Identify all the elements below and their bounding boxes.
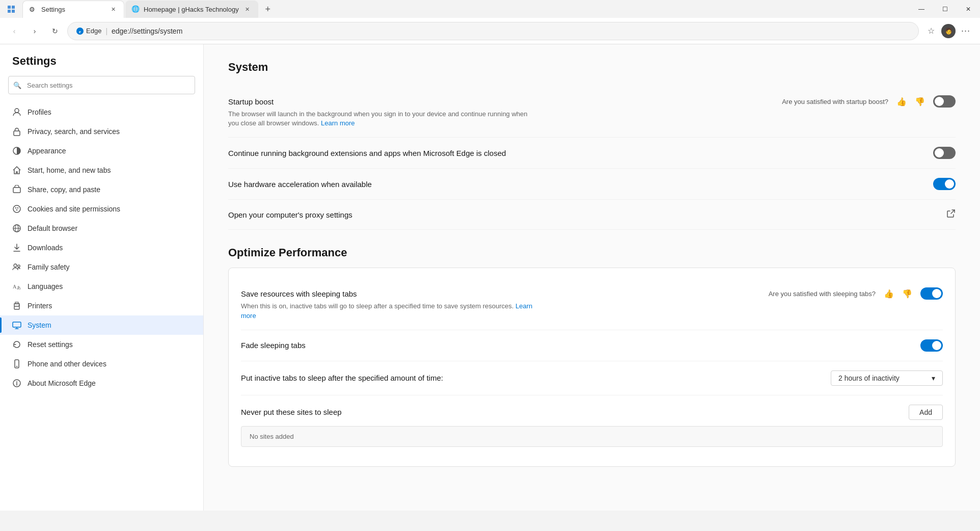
svg-rect-22 (14, 306, 19, 309)
reset-icon (12, 340, 21, 349)
forward-icon: › (34, 27, 36, 35)
sidebar-item-printers[interactable]: Printers (0, 296, 203, 315)
toolbar-right: ☆ 🧑 ··· (923, 23, 974, 39)
fade-sleeping-toggle[interactable] (920, 339, 943, 352)
sleeping-thumbsup-icon[interactable]: 👍 (884, 289, 894, 299)
startup-boost-header: Startup boost Are you satisfied with sta… (228, 95, 956, 108)
downloads-label: Downloads (28, 244, 63, 252)
content-area: System Startup boost Are you satisfied w… (204, 44, 980, 511)
startup-boost-right: Are you satisfied with startup boost? 👍 … (782, 95, 956, 108)
sidebar-item-share[interactable]: Share, copy, and paste (0, 180, 203, 199)
edge-brand-text: Edge (86, 27, 101, 35)
svg-point-6 (15, 109, 19, 113)
proxy-settings-label: Open your computer's proxy settings (228, 210, 352, 219)
address-input-container[interactable]: e Edge | edge://settings/system (67, 22, 919, 40)
maximize-button[interactable]: ☐ (933, 0, 957, 18)
cookies-label: Cookies and site permissions (28, 205, 120, 213)
svg-point-13 (16, 209, 17, 210)
startup-feedback-text: Are you satisfied with startup boost? (782, 98, 888, 105)
inactive-sleep-row: Put inactive tabs to sleep after the spe… (241, 361, 943, 395)
favorites-button[interactable]: ☆ (923, 23, 939, 39)
sidebar-item-cookies[interactable]: Cookies and site permissions (0, 199, 203, 219)
minimize-button[interactable]: — (910, 0, 933, 18)
close-button[interactable]: ✕ (957, 0, 980, 18)
sidebar-item-profiles[interactable]: Profiles (0, 102, 203, 122)
inactive-sleep-dropdown[interactable]: 2 hours of inactivity ▾ (831, 370, 943, 386)
startup-boost-learn-more[interactable]: Learn more (321, 119, 355, 127)
refresh-icon: ↻ (52, 27, 58, 35)
printers-icon (12, 301, 21, 310)
optimize-section-title: Optimize Performance (228, 246, 956, 259)
startup-boost-description: The browser will launch in the backgroun… (228, 110, 534, 128)
svg-rect-1 (12, 6, 15, 9)
background-extensions-row: Continue running background extensions a… (228, 138, 956, 169)
background-extensions-toggle[interactable] (933, 147, 956, 159)
ghacks-tab-close[interactable]: ✕ (243, 5, 252, 14)
phone-label: Phone and other devices (28, 360, 106, 368)
search-input[interactable] (8, 76, 195, 94)
proxy-external-icon[interactable] (946, 209, 956, 220)
sidebar-item-privacy[interactable]: Privacy, search, and services (0, 122, 203, 141)
sidebar-item-default-browser[interactable]: Default browser (0, 219, 203, 238)
forward-button[interactable]: › (26, 23, 43, 39)
new-tab-button[interactable]: + (259, 1, 277, 18)
sleeping-thumbsdown-icon[interactable]: 👎 (902, 289, 912, 299)
startup-boost-label: Startup boost (228, 97, 274, 106)
privacy-label: Privacy, search, and services (28, 127, 120, 136)
sidebar-item-start-home[interactable]: Start, home, and new tabs (0, 161, 203, 180)
hardware-acceleration-thumb (945, 179, 954, 189)
svg-rect-7 (14, 131, 20, 136)
search-icon: 🔍 (13, 82, 21, 89)
appearance-label: Appearance (28, 147, 66, 155)
reset-label: Reset settings (28, 340, 73, 349)
printers-label: Printers (28, 302, 52, 310)
profile-avatar[interactable]: 🧑 (941, 24, 956, 38)
default-browser-icon (12, 224, 21, 233)
sleeping-tabs-label-group: Save resources with sleeping tabs (241, 289, 357, 298)
ghacks-tab[interactable]: 🌐 Homepage | gHacks Technology ✕ (125, 1, 258, 18)
no-sites-text: No sites added (250, 433, 294, 440)
system-label: System (28, 321, 51, 329)
startup-thumbsdown-icon[interactable]: 👎 (915, 97, 925, 107)
sidebar-item-appearance[interactable]: Appearance (0, 141, 203, 161)
share-icon (12, 185, 21, 194)
startup-thumbsup-icon[interactable]: 👍 (896, 97, 907, 107)
dropdown-chevron-icon: ▾ (932, 374, 935, 382)
background-extensions-thumb (935, 148, 944, 157)
sidebar-item-system[interactable]: System (0, 315, 203, 335)
inactive-sleep-label: Put inactive tabs to sleep after the spe… (241, 374, 443, 382)
sidebar-item-reset[interactable]: Reset settings (0, 335, 203, 354)
address-url: edge://settings/system (112, 27, 182, 35)
back-button[interactable]: ‹ (6, 23, 22, 39)
sidebar-item-family-safety[interactable]: Family safety (0, 257, 203, 277)
svg-point-19 (18, 265, 20, 267)
sidebar-title: Settings (0, 55, 203, 76)
sidebar-item-phone[interactable]: Phone and other devices (0, 354, 203, 374)
sleeping-tabs-toggle[interactable] (920, 287, 943, 300)
more-button[interactable]: ··· (958, 23, 974, 39)
svg-rect-9 (13, 188, 20, 193)
settings-tab-close[interactable]: ✕ (108, 5, 118, 14)
sleeping-tabs-description: When this is on, inactive tabs will go t… (241, 302, 547, 320)
sidebar-item-languages[interactable]: Aあ Languages (0, 277, 203, 296)
hardware-acceleration-toggle[interactable] (933, 178, 956, 190)
startup-boost-toggle[interactable] (933, 95, 956, 108)
hardware-acceleration-label: Use hardware acceleration when available (228, 180, 372, 189)
back-icon: ‹ (13, 27, 16, 35)
sidebar-item-about[interactable]: About Microsoft Edge (0, 374, 203, 393)
settings-tab[interactable]: ⚙ Settings ✕ (22, 1, 124, 18)
ghacks-tab-label: Homepage | gHacks Technology (144, 6, 239, 13)
tab-settings-icon: ⚙ (29, 6, 37, 14)
phone-icon (12, 359, 21, 368)
refresh-button[interactable]: ↻ (47, 23, 63, 39)
avatar-icon: 🧑 (945, 28, 952, 35)
start-home-label: Start, home, and new tabs (28, 166, 111, 174)
sleeping-tabs-header: Save resources with sleeping tabs Are yo… (241, 287, 943, 300)
system-icon (12, 321, 21, 330)
add-site-button[interactable]: Add (909, 405, 943, 420)
sleeping-feedback-text: Are you satisfied with sleeping tabs? (769, 290, 876, 298)
edge-brand-icon: e Edge (76, 27, 101, 35)
system-section-title: System (228, 61, 956, 74)
sidebar-item-downloads[interactable]: Downloads (0, 238, 203, 257)
share-label: Share, copy, and paste (28, 185, 100, 194)
